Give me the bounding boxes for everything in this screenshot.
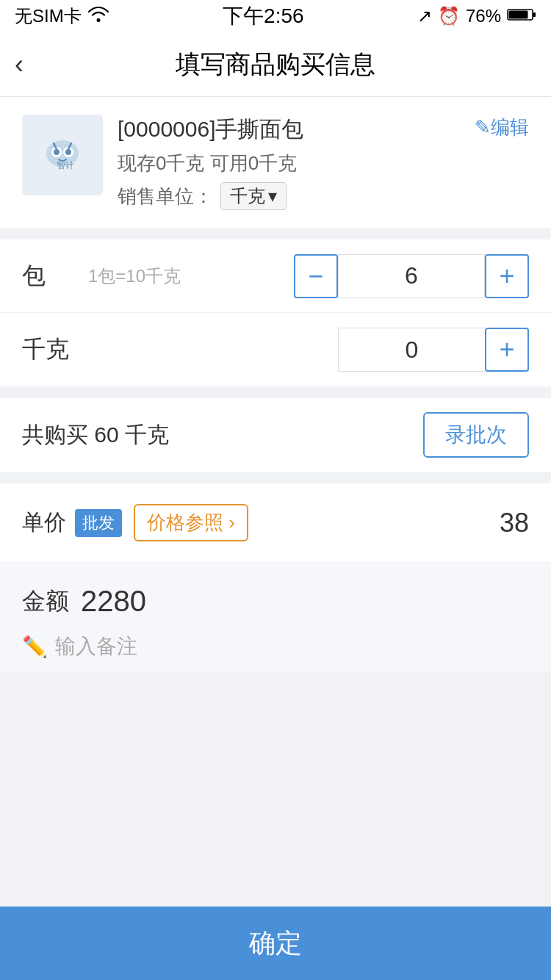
summary-text: 共购买 60 千克 bbox=[22, 420, 169, 450]
amount-value: 2280 bbox=[81, 585, 146, 618]
qianke-row: 千克 + bbox=[0, 313, 551, 386]
input-section: 包 1包=10千克 − + 千克 + bbox=[0, 239, 551, 386]
location-icon: ↗ bbox=[417, 6, 432, 26]
bao-plus-button[interactable]: + bbox=[485, 254, 529, 298]
bottom-area bbox=[0, 672, 551, 893]
battery-icon bbox=[507, 6, 536, 26]
back-button[interactable]: ‹ bbox=[15, 49, 24, 80]
edit-link[interactable]: ✎编辑 bbox=[475, 115, 529, 140]
price-value: 38 bbox=[500, 508, 529, 538]
qianke-plus-button[interactable]: + bbox=[485, 328, 529, 372]
qianke-controls: + bbox=[338, 328, 529, 372]
product-stock: 现存0千克 可用0千克 bbox=[118, 151, 529, 176]
bao-row: 包 1包=10千克 − + bbox=[0, 239, 551, 313]
product-unit-row: 销售单位： 千克 ▾ bbox=[118, 182, 529, 210]
price-ref-button[interactable]: 价格参照 › bbox=[134, 504, 248, 541]
confirm-button[interactable]: 确定 bbox=[0, 907, 551, 980]
price-section: 单价 批发 价格参照 › 38 bbox=[0, 483, 551, 563]
unit-dropdown-icon: ▾ bbox=[268, 186, 277, 206]
bao-controls: − + bbox=[294, 254, 529, 298]
product-info: [0000006]手撕面包 ✎编辑 现存0千克 可用0千克 销售单位： 千克 ▾ bbox=[118, 115, 529, 210]
status-bar: 无SIM卡 下午2:56 ↗ ⏰ 76% bbox=[0, 0, 551, 32]
price-tag: 批发 bbox=[75, 509, 122, 537]
wifi-icon bbox=[87, 6, 109, 26]
price-label: 单价 bbox=[22, 508, 66, 538]
bao-minus-button[interactable]: − bbox=[294, 254, 338, 298]
product-name: [0000006]手撕面包 bbox=[118, 115, 303, 145]
bao-label: 包 bbox=[22, 260, 81, 292]
qianke-input[interactable] bbox=[338, 328, 485, 372]
remark-row[interactable]: ✏️ 输入备注 bbox=[22, 633, 529, 660]
unit-value: 千克 bbox=[230, 184, 265, 208]
batch-button[interactable]: 录批次 bbox=[423, 412, 529, 458]
summary-row: 共购买 60 千克 录批次 bbox=[0, 398, 551, 472]
svg-rect-2 bbox=[533, 12, 536, 17]
nav-bar: ‹ 填写商品购买信息 bbox=[0, 32, 551, 97]
status-right: ↗ ⏰ 76% bbox=[417, 6, 536, 26]
amount-label: 金额 bbox=[22, 586, 69, 618]
remark-placeholder: 输入备注 bbox=[55, 633, 137, 660]
product-name-row: [0000006]手撕面包 ✎编辑 bbox=[118, 115, 529, 145]
status-time: 下午2:56 bbox=[223, 2, 304, 30]
bao-hint: 1包=10千克 bbox=[88, 264, 181, 288]
page-title: 填写商品购买信息 bbox=[176, 48, 375, 82]
svg-text:智计: 智计 bbox=[57, 160, 74, 170]
price-row: 单价 批发 价格参照 › 38 bbox=[0, 483, 551, 563]
amount-row: 金额 2280 bbox=[22, 585, 529, 618]
bao-input[interactable] bbox=[338, 254, 485, 298]
product-thumbnail: 智计 bbox=[22, 115, 103, 195]
amount-section: 金额 2280 ✏️ 输入备注 bbox=[0, 563, 551, 672]
no-sim-text: 无SIM卡 bbox=[15, 4, 82, 28]
qianke-label: 千克 bbox=[22, 334, 81, 366]
unit-label: 销售单位： bbox=[118, 184, 213, 209]
unit-badge[interactable]: 千克 ▾ bbox=[220, 182, 287, 210]
battery-text: 76% bbox=[466, 6, 501, 26]
svg-rect-1 bbox=[509, 11, 528, 19]
product-card: 智计 [0000006]手撕面包 ✎编辑 现存0千克 可用0千克 销售单位： 千… bbox=[0, 97, 551, 228]
status-left: 无SIM卡 bbox=[15, 4, 109, 28]
product-thumb-icon: 智计 bbox=[40, 133, 84, 178]
remark-pencil-icon: ✏️ bbox=[22, 635, 48, 659]
alarm-icon: ⏰ bbox=[438, 6, 460, 26]
